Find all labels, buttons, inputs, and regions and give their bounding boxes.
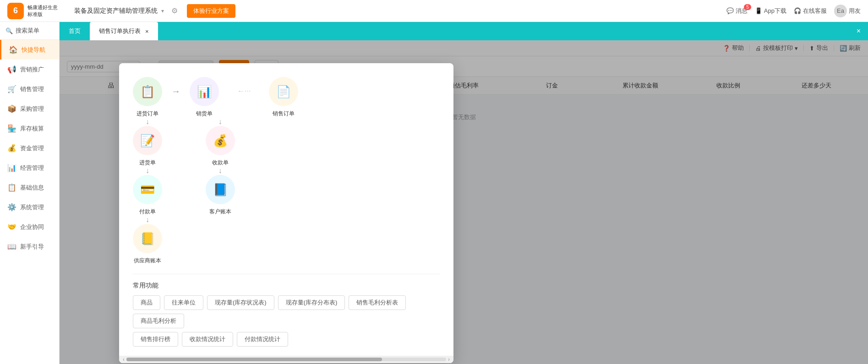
sidebar-item-operations[interactable]: 📊 经营管理 [0, 158, 59, 178]
receipt-label: 收款单 [212, 159, 229, 167]
top-row: 📊 销货单 ←··· 📄 销售订单 [190, 77, 298, 118]
system-name: 装备及固定资产辅助管理系统 [74, 7, 158, 15]
top-right-area: 💬 消息 5 📱 App下载 🎧 在线客服 Ea 用友 [726, 5, 861, 17]
operations-icon: 📊 [7, 163, 16, 172]
purchase-order-icon: 📋 [133, 77, 162, 106]
app-wrapper: 6 畅康通好生意 标准版 装备及固定资产辅助管理系统 ▾ ⚙ 体验行业方案 💬 … [0, 0, 868, 364]
sales-bill-icon: 📊 [190, 77, 219, 106]
sidebar-item-sales[interactable]: 🛒 销售管理 [0, 79, 59, 99]
dashed-arrow-icon: ←··· [237, 87, 251, 108]
func-btn-receipt-stats[interactable]: 收款情况统计 [182, 332, 233, 347]
scrollbar-track[interactable] [126, 358, 446, 361]
payment-icon: 💳 [133, 175, 162, 204]
purchase-bill-label: 进货单 [139, 159, 156, 167]
func-btn-payment-stats[interactable]: 付款情况统计 [237, 332, 288, 347]
purchase-bill-icon: 📝 [133, 126, 162, 155]
common-functions-section: 常用功能 商品 往来单位 现存量(库存状况表) 现存量(库存分布表) 销售毛利分… [133, 274, 440, 347]
tab-home[interactable]: 首页 [60, 22, 90, 40]
avatar: Ea [834, 5, 847, 17]
mid-bot-row: ↓ 💰 收款单 ↓ 📘 [206, 118, 283, 216]
download-icon: 📱 [755, 7, 762, 14]
scroll-right-icon[interactable]: › [448, 356, 450, 363]
purchase-order-node[interactable]: 📋 进货订单 [133, 77, 162, 118]
main-area: 🔍 搜索菜单 🏠 快捷导航 📢 营销推广 🛒 销售管理 📦 采购管理 🏪 [0, 22, 868, 364]
tab-sales-order-exec[interactable]: 销售订单执行表 × [90, 22, 158, 40]
sidebar-item-purchase[interactable]: 📦 采购管理 [0, 99, 59, 119]
sales-bill-node[interactable]: 📊 销货单 [190, 77, 219, 118]
modal-overlay[interactable]: 📋 进货订单 ↓ 📝 进货单 ↓ [60, 40, 868, 364]
arrow-down-sb: ↓ [218, 118, 222, 126]
right-flow: 📊 销货单 ←··· 📄 销售订单 [190, 77, 298, 216]
func-btn-stock-dist[interactable]: 现存量(库存分布表) [278, 295, 345, 310]
user-menu-button[interactable]: Ea 用友 [834, 5, 861, 17]
page-content: ❓ 帮助 🖨 按模板打印 ▾ ⬆ 导出 [60, 40, 868, 364]
dropdown-icon[interactable]: ▾ [161, 8, 164, 14]
func-btn-sales-rank[interactable]: 销售排行榜 [133, 332, 178, 347]
gear-icon[interactable]: ⚙ [171, 6, 178, 15]
message-button[interactable]: 💬 消息 5 [726, 7, 748, 15]
sales-bill-label: 销货单 [196, 110, 213, 118]
supplier-ledger-icon: 📒 [133, 224, 162, 253]
supplier-ledger-node[interactable]: 📒 供应商账本 [133, 224, 162, 265]
tab-bar: 首页 销售订单执行表 × × [60, 22, 868, 40]
common-functions-title: 常用功能 [133, 282, 440, 290]
quick-nav-popup: 📋 进货订单 ↓ 📝 进货单 ↓ [119, 63, 453, 363]
h-arrow-area: → [171, 77, 180, 97]
arrow-down-3: ↓ [146, 216, 149, 224]
customer-ledger-label: 客户账本 [209, 208, 231, 216]
system-icon: ⚙️ [7, 203, 16, 212]
func-btn-contacts[interactable]: 往来单位 [164, 295, 203, 310]
finance-icon: 💰 [7, 144, 16, 152]
func-btn-sales-profit[interactable]: 销售毛利分析表 [349, 295, 406, 310]
func-buttons-row2: 销售排行榜 收款情况统计 付款情况统计 [133, 332, 440, 347]
inventory-icon: 🏪 [7, 124, 16, 133]
app-download-button[interactable]: 📱 App下载 [755, 7, 786, 15]
sidebar-item-marketing[interactable]: 📢 营销推广 [0, 60, 59, 79]
marketing-icon: 📢 [7, 65, 16, 74]
sidebar: 🔍 搜索菜单 🏠 快捷导航 📢 营销推广 🛒 销售管理 📦 采购管理 🏪 [0, 22, 60, 364]
func-btn-stock-status[interactable]: 现存量(库存状况表) [207, 295, 274, 310]
purchase-icon: 📦 [7, 104, 16, 113]
sales-order-node[interactable]: 📄 销售订单 [269, 77, 298, 118]
logo-area: 6 畅康通好生意 标准版 [7, 3, 67, 19]
sales-order-icon: 📄 [269, 77, 298, 106]
message-icon: 💬 [726, 7, 734, 14]
top-bar: 6 畅康通好生意 标准版 装备及固定资产辅助管理系统 ▾ ⚙ 体验行业方案 💬 … [0, 0, 868, 22]
customer-ledger-icon: 📘 [206, 175, 235, 204]
func-btn-product[interactable]: 商品 [133, 295, 160, 310]
purchase-bill-node[interactable]: 📝 进货单 [133, 126, 162, 167]
content-area: 首页 销售订单执行表 × × ❓ 帮助 [60, 22, 868, 364]
scrollbar-thumb[interactable] [126, 358, 382, 361]
sidebar-item-basic[interactable]: 📋 基础信息 [0, 178, 59, 197]
sidebar-item-inventory[interactable]: 🏪 库存核算 [0, 119, 59, 138]
customer-ledger-node[interactable]: 📘 客户账本 [206, 175, 235, 216]
online-service-button[interactable]: 🎧 在线客服 [794, 7, 827, 15]
supplier-ledger-label: 供应商账本 [134, 257, 161, 265]
purchase-order-label: 进货订单 [136, 110, 158, 118]
service-icon: 🎧 [794, 7, 801, 14]
search-menu-button[interactable]: 🔍 搜索菜单 [0, 22, 59, 40]
sidebar-item-newbie[interactable]: 📖 新手引导 [0, 237, 59, 256]
receipt-node[interactable]: 💰 收款单 [206, 126, 235, 167]
window-close-icon[interactable]: × [857, 27, 861, 35]
system-title: 装备及固定资产辅助管理系统 ▾ ⚙ 体验行业方案 [67, 4, 726, 18]
payment-node[interactable]: 💳 付款单 [133, 175, 162, 216]
basic-icon: 📋 [7, 183, 16, 192]
home-icon: 🏠 [9, 45, 18, 54]
message-badge: 5 [744, 4, 751, 10]
sidebar-item-quick-nav[interactable]: 🏠 快捷导航 [0, 40, 59, 60]
left-flow: 📋 进货订单 ↓ 📝 进货单 ↓ [133, 77, 162, 265]
sales-order-label: 销售订单 [273, 110, 295, 118]
trial-button[interactable]: 体验行业方案 [187, 4, 235, 18]
sidebar-item-finance[interactable]: 💰 资金管理 [0, 138, 59, 158]
popup-scrollbar[interactable]: ‹ › [119, 356, 453, 363]
flow-diagram: 📋 进货订单 ↓ 📝 进货单 ↓ [133, 77, 440, 265]
func-btn-product-profit[interactable]: 商品毛利分析 [133, 314, 184, 328]
arrow-right-icon: → [171, 86, 180, 97]
tab-close-icon[interactable]: × [145, 28, 149, 35]
sidebar-item-system[interactable]: ⚙️ 系统管理 [0, 197, 59, 217]
sales-bill-col: ↓ 💰 收款单 ↓ 📘 [206, 118, 235, 216]
sidebar-item-enterprise[interactable]: 🤝 企业协同 [0, 217, 59, 237]
scroll-left-icon[interactable]: ‹ [123, 356, 125, 363]
newbie-icon: 📖 [7, 242, 16, 251]
